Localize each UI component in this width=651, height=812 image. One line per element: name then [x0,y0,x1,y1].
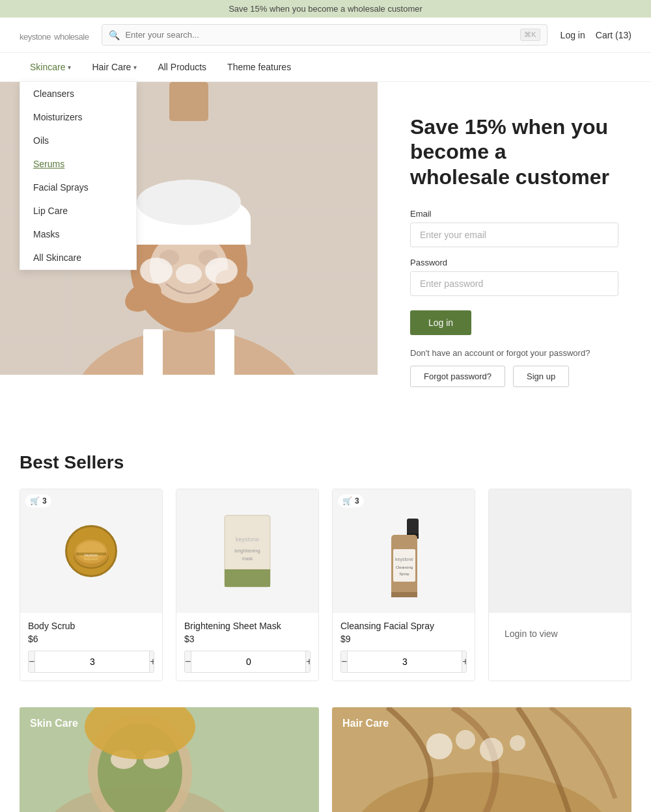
logo-main: keystone [20,32,51,42]
svg-point-18 [137,180,241,225]
qty-increase-2[interactable]: + [462,651,467,672]
body-scrub-illustration: keystone Body Scrub [65,525,117,577]
email-field[interactable] [410,223,618,247]
search-input[interactable] [125,30,515,40]
nav-all-products-label: All Products [158,62,206,72]
signup-button[interactable]: Sign up [513,366,569,387]
password-field[interactable] [410,271,618,296]
product-card-sheet-mask: keystone brightening mask Brightening Sh… [176,489,319,681]
svg-text:Spray: Spray [399,572,409,576]
badge-cart-icon-2: 🛒 [342,496,352,506]
email-label: Email [410,209,618,219]
sheet-mask-illustration: keystone brightening mask [221,489,273,613]
password-label: Password [410,258,618,267]
dropdown-facial-sprays[interactable]: Facial Sprays [20,176,136,199]
nav-haircare-label: Hair Care [92,62,131,72]
password-form-group: Password [410,258,618,296]
skincare-card-illustration: Skin Care [20,707,319,812]
svg-rect-14 [169,82,208,121]
svg-rect-39 [225,569,270,587]
svg-point-24 [140,258,173,284]
hero-title: Save 15% when you become a wholesale cus… [410,115,618,189]
svg-text:Body Scrub: Body Scrub [84,558,99,561]
main-content: Best Sellers 🛒 3 keystone Body [0,452,651,812]
svg-rect-13 [215,329,234,375]
svg-point-60 [510,735,525,751]
qty-input-2[interactable] [347,651,462,672]
logo[interactable]: keystone wholesale [20,27,89,44]
haircare-card-illustration: Hair Care [332,707,631,812]
categories-grid: Skin Care [20,707,631,812]
nav-theme-features-label: Theme features [227,62,291,72]
search-bar[interactable]: 🔍 ⌘K [102,24,547,46]
auth-links: Forgot password? Sign up [410,366,618,387]
product-badge-2: 🛒 3 [338,494,364,508]
product-name-2: Cleansing Facial Spray [340,621,467,631]
logo-sub: wholesale [54,32,89,42]
login-to-view-label: Login to view [497,621,623,647]
quantity-control-1: − + [184,651,311,673]
login-link[interactable]: Log in [561,30,585,40]
dropdown-cleansers[interactable]: Cleansers [20,82,136,105]
chevron-down-icon: ▾ [68,64,71,71]
nav-skincare-label: Skincare [30,62,65,72]
product-name-0: Body Scrub [28,621,154,631]
svg-text:keystone: keystone [236,536,259,543]
chevron-down-icon-haircare: ▾ [133,64,137,71]
qty-input-1[interactable] [191,651,306,672]
quantity-control-2: − + [340,651,467,673]
cart-button[interactable]: Cart (13) [596,30,631,40]
no-account-text: Don't have an account or forgot your pas… [410,348,618,358]
category-haircare-label: Hair Care [342,718,389,729]
quantity-control-0: − + [28,651,154,673]
login-button[interactable]: Log in [410,310,471,335]
dropdown-lip-care[interactable]: Lip Care [20,199,136,223]
header: keystone wholesale 🔍 ⌘K Log in Cart (13) [0,18,651,53]
product-price-2: $9 [340,634,467,644]
dropdown-masks[interactable]: Masks [20,223,136,246]
nav-theme-features[interactable]: Theme features [217,53,301,81]
svg-rect-12 [143,329,163,375]
products-grid: 🛒 3 keystone Body Scrub Body [20,489,631,681]
product-info-sheet-mask: Brightening Sheet Mask $3 − + [176,613,318,681]
dropdown-moisturizers[interactable]: Moisturizers [20,105,136,129]
category-skincare-label: Skin Care [30,718,78,729]
dropdown-serums[interactable]: Serums [20,152,136,176]
category-haircare[interactable]: Hair Care [332,707,631,812]
svg-text:mask: mask [242,556,253,561]
search-icon: 🔍 [109,30,120,40]
nav-all-products[interactable]: All Products [147,53,217,81]
nav-skincare[interactable]: Skincare ▾ Cleansers Moisturizers Oils S… [20,53,81,81]
qty-input-0[interactable] [35,651,150,672]
svg-rect-47 [391,592,417,597]
product-image-body-scrub: 🛒 3 keystone Body Scrub [20,489,162,613]
hero-login-panel: Save 15% when you become a wholesale cus… [378,82,651,420]
product-info-facial-spray: Cleansing Facial Spray $9 − + [333,613,475,681]
qty-decrease-0[interactable]: − [29,651,35,672]
svg-text:keystone: keystone [395,557,413,562]
product-badge-0: 🛒 3 [25,494,51,508]
svg-point-59 [480,738,503,761]
product-name-1: Brightening Sheet Mask [184,621,311,631]
qty-decrease-2[interactable]: − [341,651,347,672]
product-card-body-scrub: 🛒 3 keystone Body Scrub Body [20,489,163,681]
product-price-1: $3 [184,634,311,644]
category-skincare[interactable]: Skin Care [20,707,319,812]
search-shortcut: ⌘K [520,29,540,41]
nav-haircare[interactable]: Hair Care ▾ [81,53,147,81]
svg-point-58 [456,730,475,750]
nav: Skincare ▾ Cleansers Moisturizers Oils S… [0,53,651,82]
product-image-facial-spray: 🛒 3 keystone Cleansing Spray [333,489,475,613]
top-banner: Save 15% when you become a wholesale cus… [0,0,651,18]
svg-point-57 [426,733,452,759]
qty-increase-0[interactable]: + [150,651,154,672]
product-image-sheet-mask: keystone brightening mask [176,489,318,613]
svg-text:keystone: keystone [85,554,98,557]
skincare-dropdown: Cleansers Moisturizers Oils Serums Facia… [20,81,137,270]
dropdown-all-skincare[interactable]: All Skincare [20,246,136,269]
dropdown-oils[interactable]: Oils [20,129,136,152]
forgot-password-button[interactable]: Forgot password? [410,366,505,387]
qty-increase-1[interactable]: + [306,651,311,672]
spray-illustration: keystone Cleansing Spray [386,489,422,613]
qty-decrease-1[interactable]: − [185,651,191,672]
